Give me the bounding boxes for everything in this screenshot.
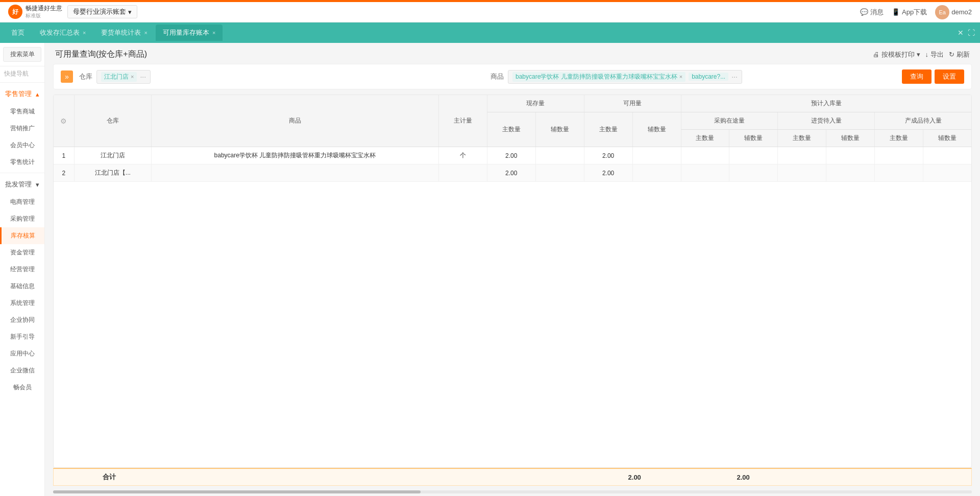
sidebar-item-retail-stat[interactable]: 零售统计: [0, 154, 44, 171]
sidebar-label-vip: 畅会员: [13, 383, 32, 392]
tab-orders-close[interactable]: ×: [144, 30, 147, 36]
tab-inventory-label: 可用量库存账本: [163, 28, 209, 37]
table-footer: 合计 2.00 2.00: [53, 468, 972, 486]
tab-receipts-close[interactable]: ×: [83, 30, 86, 36]
product-tag-1-remove[interactable]: ×: [679, 74, 682, 80]
refresh-label: 刷新: [957, 50, 970, 59]
refresh-btn[interactable]: ↻ 刷新: [949, 50, 970, 59]
th-purchase-transit-group: 采购在途量: [681, 112, 778, 130]
product-tag-2: babycare?...: [689, 73, 728, 81]
sidebar-item-basic-info[interactable]: 基础信息: [0, 278, 44, 295]
tab-home[interactable]: 首页: [4, 25, 32, 41]
print-dropdown-icon: ▾: [917, 51, 920, 58]
tab-home-label: 首页: [11, 28, 24, 37]
td-finished-aux-2: [923, 164, 971, 182]
sidebar-item-operations[interactable]: 经营管理: [0, 261, 44, 278]
sidebar-item-enterprise[interactable]: 企业协同: [0, 312, 44, 328]
product-tag-1-text: babycare学饮杯 儿童防摔防撞吸管杯重力球吸嘴杯宝宝水杯: [516, 73, 677, 81]
sidebar-label-finance: 资金管理: [10, 248, 35, 257]
message-btn[interactable]: 💬 消息: [860, 8, 884, 17]
warehouse-tag-remove[interactable]: ×: [131, 74, 134, 80]
sidebar-item-app-center[interactable]: 应用中心: [0, 345, 44, 362]
print-icon: 🖨: [873, 51, 879, 58]
td-num-2: 2: [54, 164, 74, 182]
sidebar-item-inventory[interactable]: 库存核算: [0, 227, 44, 244]
print-label: 按模板打印: [881, 50, 915, 59]
sidebar-label-basic-info: 基础信息: [10, 282, 35, 291]
warehouse-ellipsis[interactable]: ···: [140, 73, 146, 81]
td-total-p2: [819, 469, 849, 485]
sidebar-search-btn[interactable]: 搜索菜单: [3, 47, 41, 62]
sidebar-label-zero-retail: 零售管理: [5, 89, 32, 99]
th-purchase-main: 主数量: [681, 130, 729, 147]
td-purchase-main-1: [681, 147, 729, 164]
th-settings[interactable]: ⚙: [54, 95, 74, 147]
settings-icon[interactable]: ⚙: [60, 117, 67, 125]
th-stock-group: 现存量: [487, 95, 584, 112]
sidebar-label-retail-mall: 零售商城: [10, 107, 35, 116]
sidebar-item-new-guide[interactable]: 新手引导: [0, 328, 44, 345]
product-label: 商品: [491, 72, 504, 81]
org-selector[interactable]: 母婴行业演示账套 ▾: [67, 5, 137, 18]
sidebar-item-member[interactable]: 会员中心: [0, 137, 44, 154]
tab-orders[interactable]: 要货单统计表 ×: [94, 25, 154, 41]
scroll-thumb[interactable]: [53, 490, 421, 493]
page-title: 可用量查询(按仓库+商品): [55, 49, 147, 60]
close-all-icon[interactable]: ✕: [958, 29, 964, 37]
td-stock-main-2: 2.00: [487, 164, 535, 182]
th-inbound-group: 进货待入量: [778, 112, 875, 130]
td-inbound-aux-2: [826, 164, 875, 182]
sidebar-item-enterprise-wechat[interactable]: 企业微信: [0, 362, 44, 379]
sidebar-item-purchase[interactable]: 采购管理: [0, 210, 44, 227]
top-bar: 好 畅捷通好生意 标准版 母婴行业演示账套 ▾ 💬 消息 📱 App下载 Ea …: [0, 2, 980, 22]
sidebar-label-inventory: 库存核算: [11, 231, 35, 240]
tab-inventory-close[interactable]: ×: [212, 30, 215, 36]
export-label: 导出: [930, 50, 944, 59]
sidebar-item-retail-mall[interactable]: 零售商城: [0, 103, 44, 120]
sidebar-label-operations: 经营管理: [10, 265, 35, 274]
product-ellipsis[interactable]: ···: [731, 73, 738, 81]
sidebar-item-zero-retail[interactable]: 零售管理 ▴: [0, 85, 44, 103]
th-finished-aux: 辅数量: [923, 130, 971, 147]
th-stock-aux: 辅数量: [535, 112, 584, 147]
scroll-track[interactable]: [53, 490, 972, 493]
export-btn[interactable]: ↓ 导出: [925, 50, 944, 59]
tab-inventory[interactable]: 可用量库存账本 ×: [156, 25, 223, 41]
query-btn[interactable]: 查询: [902, 69, 932, 84]
sidebar-label-wholesale: 批发管理: [5, 180, 32, 189]
sidebar-item-wholesale[interactable]: 批发管理 ▾: [0, 175, 44, 194]
td-purchase-main-2: [681, 164, 729, 182]
export-icon: ↓: [925, 51, 929, 58]
tab-receipts[interactable]: 收发存汇总表 ×: [33, 25, 93, 41]
maximize-icon[interactable]: ⛶: [968, 29, 975, 37]
sidebar-item-ecommerce[interactable]: 电商管理: [0, 194, 44, 210]
sidebar-search-area: 搜索菜单: [0, 43, 44, 66]
product-filter-value[interactable]: babycare学饮杯 儿童防摔防撞吸管杯重力球吸嘴杯宝宝水杯 × babyca…: [508, 70, 742, 84]
warehouse-filter-value[interactable]: 江北门店 × ···: [96, 70, 151, 84]
td-unit-2: [438, 164, 487, 182]
th-available-aux: 辅数量: [632, 112, 681, 147]
setting-btn[interactable]: 设置: [935, 69, 964, 84]
scroll-area: [45, 488, 980, 496]
sidebar-item-finance[interactable]: 资金管理: [0, 244, 44, 261]
app-download-label: App下载: [902, 8, 927, 17]
org-name: 母婴行业演示账套: [73, 7, 126, 16]
logo-area: 好 畅捷通好生意 标准版: [8, 5, 62, 19]
sidebar-nav-label: 快捷导航: [0, 66, 44, 80]
sidebar-item-vip[interactable]: 畅会员: [0, 379, 44, 396]
sidebar-item-sys-mgr[interactable]: 系统管理: [0, 295, 44, 312]
page-actions: 🖨 按模板打印 ▾ ↓ 导出 ↻ 刷新: [873, 50, 970, 59]
print-btn[interactable]: 🖨 按模板打印 ▾: [873, 50, 920, 59]
sidebar-item-marketing[interactable]: 营销推广: [0, 120, 44, 137]
app-download-btn[interactable]: 📱 App下载: [892, 8, 927, 17]
table-row: 1 江北门店 babycare学饮杯 儿童防摔防撞吸管杯重力球吸嘴杯宝宝水杯 个…: [54, 147, 971, 164]
th-purchase-aux: 辅数量: [729, 130, 778, 147]
th-stock-main: 主数量: [487, 112, 535, 147]
main-layout: 搜索菜单 快捷导航 零售管理 ▴ 零售商城 营销推广 会员中心 零售统计 批发管…: [0, 43, 980, 496]
td-purchase-aux-1: [729, 147, 778, 164]
td-warehouse-1: 江北门店: [74, 147, 152, 164]
filter-expand-btn[interactable]: »: [61, 70, 73, 83]
user-area[interactable]: Ea demo2: [935, 5, 972, 19]
td-product-2: [152, 164, 439, 182]
top-bar-right: 💬 消息 📱 App下载 Ea demo2: [860, 5, 972, 19]
